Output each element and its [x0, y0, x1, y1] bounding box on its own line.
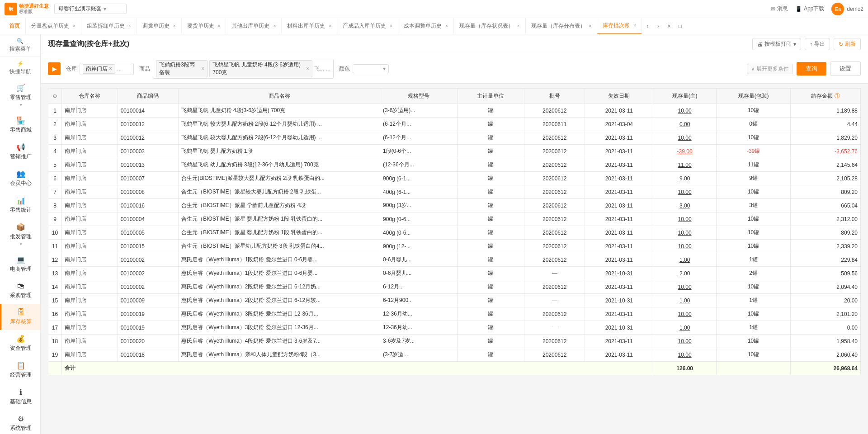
filter-expand-button[interactable]: ▶: [48, 62, 61, 75]
tab-10[interactable]: 现存量（库存分布表）×: [526, 18, 598, 34]
row-stock-main[interactable]: 10.00: [653, 185, 717, 199]
color-tag-container[interactable]: ▾: [353, 64, 389, 73]
row-stock-main[interactable]: 10.00: [653, 131, 717, 145]
row-stock-main[interactable]: 10.00: [653, 226, 717, 240]
tab-9[interactable]: 现存量（库存状况表）×: [454, 18, 526, 34]
set-button[interactable]: 设置: [830, 61, 861, 76]
sidebar-item-purchase[interactable]: 🛍 采购管理: [0, 278, 40, 304]
row-stock-main[interactable]: 10.00: [653, 280, 717, 294]
row-code: 00100004: [118, 212, 179, 226]
tab-2[interactable]: 组装拆卸单历史×: [81, 18, 137, 34]
row-stock-main[interactable]: 0.00: [653, 118, 717, 131]
sidebar-search[interactable]: 🔍 搜索菜单: [0, 34, 40, 57]
remove-tag-2-icon[interactable]: ×: [306, 66, 309, 72]
sidebar-item-retail-shop[interactable]: 🏪 零售商城: [0, 112, 40, 138]
sidebar-item-ecommerce[interactable]: 💻 电商管理: [0, 251, 40, 278]
account-selector[interactable]: 母婴行业演示账套 ▾: [54, 4, 127, 14]
close-icon[interactable]: ×: [329, 24, 331, 28]
col-warehouse: 仓库名称: [62, 89, 118, 104]
row-expire: 2021-03-11: [585, 212, 653, 226]
tab-6[interactable]: 材料出库单历史×: [282, 18, 337, 34]
row-stock-main[interactable]: 1.00: [653, 321, 717, 335]
sidebar-item-business[interactable]: 📋 经营管理: [0, 357, 40, 383]
sidebar-item-finance[interactable]: 💰 资金管理: [0, 330, 40, 357]
expand-more-button[interactable]: ∨ 展开更多条件: [747, 64, 793, 74]
row-warehouse: 南岸门店: [62, 348, 118, 362]
tab-3[interactable]: 调拨单历史×: [137, 18, 182, 34]
settings-icon[interactable]: ⚙: [52, 93, 57, 99]
tab-8[interactable]: 成本调整单历史×: [398, 18, 454, 34]
row-stock-main[interactable]: 2.00: [653, 267, 717, 280]
tab-11[interactable]: 库存批次账×: [597, 18, 642, 34]
sidebar-item-retail-mgmt[interactable]: 🛒 零售管理 ▾: [0, 79, 40, 112]
tab-1[interactable]: 分量盘点单历史×: [26, 18, 81, 34]
close-icon[interactable]: ×: [218, 24, 221, 28]
row-stock-main[interactable]: 10.00: [653, 335, 717, 348]
tab-home[interactable]: 首页: [4, 18, 26, 34]
row-amount: 509.56: [791, 267, 861, 280]
export-icon: ↑: [810, 41, 812, 47]
tab-next-arrow[interactable]: ›: [653, 21, 664, 32]
message-btn[interactable]: ✉ 消息: [771, 5, 788, 13]
row-stock-main[interactable]: 10.00: [653, 348, 717, 362]
row-unit: 罐: [457, 118, 524, 131]
sidebar-nav[interactable]: ⚡ 快捷导航: [0, 57, 40, 79]
sidebar-item-system[interactable]: ⚙ 系统管理: [0, 410, 40, 434]
close-icon[interactable]: ×: [390, 24, 392, 28]
filter-dots[interactable]: ...: [117, 66, 122, 72]
tab-close-all[interactable]: ×: [664, 21, 675, 32]
row-stock-main[interactable]: 1.00: [653, 294, 717, 307]
close-icon[interactable]: ×: [173, 24, 176, 28]
tab-5[interactable]: 其他出库单历史×: [226, 18, 282, 34]
row-warehouse: 南岸门店: [62, 267, 118, 280]
row-stock-main[interactable]: 3.00: [653, 199, 717, 212]
query-button[interactable]: 查询: [797, 62, 826, 75]
sidebar-item-wholesale[interactable]: 📦 批发管理 ▾: [0, 218, 40, 251]
row-stock-main[interactable]: 10.00: [653, 212, 717, 226]
close-icon[interactable]: ×: [273, 24, 276, 28]
close-icon[interactable]: ×: [589, 24, 592, 28]
sidebar-item-inventory[interactable]: 🗄 库存核算: [0, 304, 40, 330]
col-settings[interactable]: ⚙: [48, 89, 62, 104]
user-area[interactable]: Ea demo2: [831, 3, 863, 15]
row-stock-main[interactable]: 1.00: [653, 253, 717, 267]
export-button[interactable]: ↑ 导出: [805, 38, 830, 50]
table-row: 15 南岸门店 00100009 惠氏启睿（Wyeth illuma）2段奶粉 …: [48, 294, 861, 307]
warehouse-tag-container[interactable]: 南岸门店 × ...: [80, 63, 134, 75]
sidebar-item-base-info[interactable]: ℹ 基础信息: [0, 383, 40, 410]
tab-prev-arrow[interactable]: ‹: [642, 21, 653, 32]
sidebar-item-label: 资金管理: [10, 344, 32, 352]
close-icon[interactable]: ×: [73, 24, 75, 28]
app-download-btn[interactable]: 📱 App下载: [795, 5, 824, 13]
row-stock-main[interactable]: 9.00: [653, 172, 717, 185]
row-stock-main[interactable]: 10.00: [653, 307, 717, 321]
amount-info-icon[interactable]: ①: [835, 93, 840, 99]
refresh-button[interactable]: ↻ 刷新: [834, 38, 861, 50]
row-stock-main[interactable]: 10.00: [653, 240, 717, 253]
tab-7[interactable]: 产成品入库单历史×: [337, 18, 398, 34]
tab-4[interactable]: 要货单历史×: [182, 18, 226, 34]
row-stock-main[interactable]: 11.00: [653, 158, 717, 172]
sidebar-item-retail-stats[interactable]: 📊 零售统计: [0, 192, 40, 218]
close-icon[interactable]: ×: [633, 23, 636, 28]
sidebar-item-marketing[interactable]: 📢 营销推广: [0, 138, 40, 165]
table-row: 10 南岸门店 00100005 合生元（BIOSTIME）派星 婴儿配方奶粉 …: [48, 226, 861, 240]
product-tag-container[interactable]: 飞鹤奶粉3段丙搭装 × 飞鹤星飞帆 儿童奶粉 4段(3-6岁适用) 700克 ×…: [153, 59, 334, 79]
row-stock-main[interactable]: 10.00: [653, 104, 717, 118]
remove-tag-icon[interactable]: ×: [109, 66, 112, 72]
close-icon[interactable]: ×: [128, 24, 131, 28]
username: demo2: [847, 6, 863, 12]
row-batch: 20200612: [524, 335, 585, 348]
print-button[interactable]: 🖨 按模板打印 ▾: [752, 38, 801, 50]
tab-maximize[interactable]: □: [675, 21, 685, 32]
close-icon[interactable]: ×: [445, 24, 448, 28]
sidebar-item-member[interactable]: 👥 会员中心: [0, 165, 40, 192]
warehouse-label: 仓库: [66, 65, 77, 73]
close-icon[interactable]: ×: [517, 24, 520, 28]
row-unit: 罐: [457, 131, 524, 145]
product-filter-dots[interactable]: ...: [326, 66, 330, 72]
row-stock-main[interactable]: -39.00: [653, 145, 717, 158]
row-warehouse: 南岸门店: [62, 253, 118, 267]
remove-tag-1-icon[interactable]: ×: [201, 66, 204, 72]
row-expire: 2021-03-11: [585, 226, 653, 240]
